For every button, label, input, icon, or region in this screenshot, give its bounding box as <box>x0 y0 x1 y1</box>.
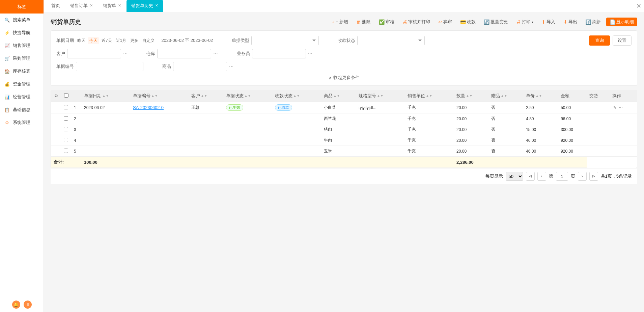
tab-home[interactable]: 首页 <box>47 0 65 12</box>
row-checkbox <box>61 102 71 113</box>
date-shortcut-yesterday[interactable]: 昨天 <box>76 37 87 44</box>
edit-op-btn[interactable]: ✎ <box>612 105 618 110</box>
sidebar-item-label: 快捷导航 <box>13 30 30 36</box>
per-page-select[interactable]: 50 100 200 <box>506 172 523 181</box>
query-button[interactable]: 查询 <box>589 35 610 46</box>
row-amount: 50.00 <box>558 102 587 113</box>
tab-sales-order-close[interactable]: ✕ <box>90 3 93 8</box>
sidebar-item-quick-nav[interactable]: ⚡ 快捷导航 <box>0 26 44 39</box>
th-sales-unit[interactable]: 销售单位 ▲▼ <box>405 90 454 102</box>
row-select-checkbox[interactable] <box>64 138 68 142</box>
page-number-input[interactable] <box>556 172 568 181</box>
th-unit-price[interactable]: 单价 ▲▼ <box>523 90 558 102</box>
import-icon: ⬆ <box>541 19 545 25</box>
last-page-button[interactable]: ⊳ <box>589 172 598 181</box>
collapse-button[interactable]: ∧ 收起更多条件 <box>56 75 632 81</box>
th-collect-status[interactable]: 收款状态 ▲▼ <box>272 90 321 102</box>
sidebar-bottom-btn2[interactable]: ⏸ <box>24 301 32 309</box>
date-shortcut-today[interactable]: 今天 <box>88 37 99 44</box>
docno-input[interactable] <box>76 62 143 71</box>
th-doc-no[interactable]: 单据编号 ▲▼ <box>130 90 189 102</box>
sidebar-item-search-menu[interactable]: 🔍 搜索菜单 <box>0 14 44 26</box>
sidebar-item-finance-mgmt[interactable]: 💰 资金管理 <box>0 78 44 90</box>
row-select-checkbox[interactable] <box>64 116 68 121</box>
sidebar-item-operation-mgmt[interactable]: 📊 经营管理 <box>0 90 44 103</box>
print-button[interactable]: 🖨 打印 ▾ <box>513 18 536 26</box>
prev-page-button[interactable]: ‹ <box>537 172 546 181</box>
tab-sales-history-close[interactable]: ✕ <box>155 3 158 8</box>
business-filter: 业务员 ··· <box>237 49 312 58</box>
tab-sales-history[interactable]: 销货单历史 ✕ <box>127 0 163 12</box>
collect-status-filter: 收款状态 <box>338 36 425 45</box>
th-customer[interactable]: 客户 ▲▼ <box>189 90 223 102</box>
import-button[interactable]: ⬆ 导入 <box>539 18 558 26</box>
sidebar-bottom-btn1[interactable]: 🔔 <box>12 301 20 309</box>
abandon-button[interactable]: ↩ 弃审 <box>436 18 455 26</box>
doc-no-link[interactable]: SA-20230602-0 <box>133 105 164 110</box>
audit-icon: ✅ <box>379 19 385 25</box>
customer-input[interactable] <box>67 49 121 58</box>
warehouse-input[interactable] <box>157 49 211 58</box>
row-select-checkbox[interactable] <box>64 127 68 131</box>
data-table: ⚙ 单据日期 ▲▼ 单据编号 ▲▼ <box>51 90 637 168</box>
th-qty[interactable]: 数量 ▲▼ <box>454 90 488 102</box>
warehouse-dots[interactable]: ··· <box>213 51 218 56</box>
refresh-button[interactable]: 🔃 刷新 <box>583 18 604 26</box>
sidebar-bottom-actions: 🔔 ⏸ <box>0 297 44 312</box>
th-gear[interactable]: ⚙ <box>51 90 61 102</box>
tab-sales-goods[interactable]: 销货单 ✕ <box>98 0 126 12</box>
display-detail-button[interactable]: 📄 显示明细 <box>606 18 637 26</box>
business-input[interactable] <box>252 49 306 58</box>
new-button[interactable]: + + 新增 <box>329 18 351 26</box>
row-amount: 300.00 <box>558 124 587 135</box>
setting-button[interactable]: 设置 <box>613 35 632 46</box>
doc-type-select[interactable] <box>251 36 319 45</box>
business-dots[interactable]: ··· <box>308 51 312 56</box>
goods-input[interactable] <box>173 62 227 71</box>
row-unit-price: 46.00 <box>523 146 558 157</box>
sidebar-item-system-mgmt[interactable]: ⚙ 系统管理 <box>0 116 44 129</box>
date-shortcut-7days[interactable]: 近7天 <box>100 37 113 44</box>
row-qty: 20.00 <box>454 113 488 124</box>
th-gift[interactable]: 赠品 ▲▼ <box>488 90 523 102</box>
row-doc-status <box>223 146 272 157</box>
sidebar-item-purchase-mgmt[interactable]: 🛒 采购管理 <box>0 52 44 65</box>
row-gift: 否 <box>488 135 523 146</box>
first-page-button[interactable]: ⊲ <box>526 172 535 181</box>
date-shortcut-custom[interactable]: 自定义 <box>141 37 156 44</box>
row-select-checkbox[interactable] <box>64 105 68 109</box>
batch-change-button[interactable]: 🔄 批量变更 <box>481 18 511 26</box>
tab-sales-order[interactable]: 销售订单 ✕ <box>65 0 97 12</box>
sidebar-item-sales-mgmt[interactable]: 📈 销售管理 <box>0 39 44 52</box>
summary-amount-cell: 2,286.00 <box>454 157 523 168</box>
export-icon: ⬇ <box>563 19 567 25</box>
next-page-button[interactable]: › <box>578 172 587 181</box>
audit-print-button[interactable]: 🖨 审核并打印 <box>400 18 433 26</box>
row-doc-no <box>130 135 189 146</box>
customer-dots[interactable]: ··· <box>123 51 128 56</box>
more-op-btn[interactable]: ⋯ <box>618 105 624 110</box>
th-spec[interactable]: 规格型号 ▲▼ <box>356 90 405 102</box>
select-all-checkbox[interactable] <box>64 93 68 98</box>
cart-icon: 🛒 <box>4 55 10 61</box>
export-button[interactable]: ⬇ 导出 <box>561 18 580 26</box>
sort-collect-status: ▲▼ <box>293 94 300 98</box>
sidebar-item-inventory[interactable]: 🏠 库存核算 <box>0 65 44 78</box>
date-shortcut-1month[interactable]: 近1月 <box>115 37 128 44</box>
th-doc-date[interactable]: 单据日期 ▲▼ <box>81 90 130 102</box>
audit-button[interactable]: ✅ 审核 <box>376 18 397 26</box>
table-row: 1 2023-06-02 SA-20230602-0 王总 已生效 已收款 小白… <box>51 102 637 113</box>
close-all-tabs[interactable]: ✕ <box>636 2 641 10</box>
goods-dots[interactable]: ··· <box>229 64 233 69</box>
delete-button[interactable]: 🗑 删除 <box>354 18 373 26</box>
tab-sales-goods-close[interactable]: ✕ <box>118 3 121 8</box>
collect-button[interactable]: 💳 收款 <box>457 18 478 26</box>
collect-status-select[interactable] <box>357 36 425 45</box>
th-goods[interactable]: 商品 ▲▼ <box>321 90 356 102</box>
date-shortcut-more[interactable]: 更多 <box>129 37 140 44</box>
row-select-checkbox[interactable] <box>64 149 68 153</box>
sidebar-item-basic-info[interactable]: 📋 基础信息 <box>0 103 44 116</box>
abandon-icon: ↩ <box>438 19 442 25</box>
th-doc-status[interactable]: 单据状态 ▲▼ <box>223 90 272 102</box>
sidebar-logo: 标签 <box>0 0 44 14</box>
